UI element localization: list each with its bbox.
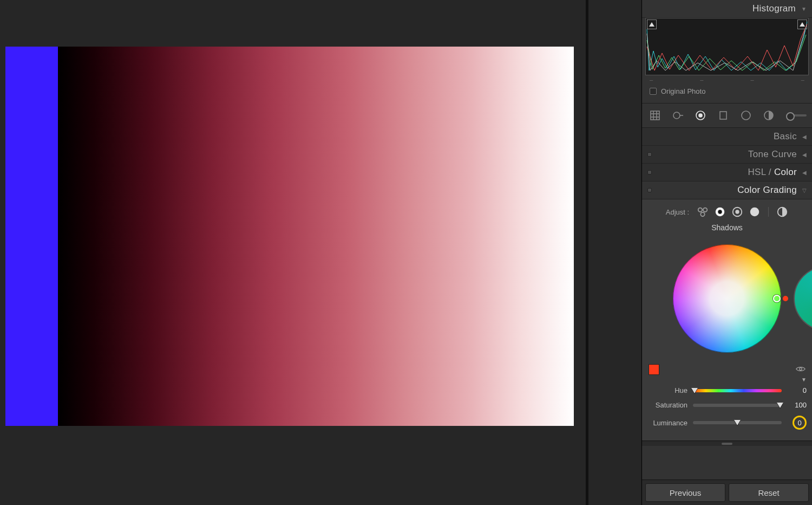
svg-rect-0 xyxy=(651,111,659,120)
panel-title: Basic xyxy=(774,131,797,142)
adjust-highlights-icon[interactable] xyxy=(749,206,761,218)
svg-rect-9 xyxy=(720,112,726,119)
tick: – xyxy=(650,76,653,83)
panel-title: Color Grading xyxy=(737,185,797,196)
disclosure-triangle-icon[interactable]: ▼ xyxy=(801,377,807,383)
tick: – xyxy=(751,76,754,83)
neighbor-wheel-peek[interactable] xyxy=(794,266,812,331)
panel-toggle-icon[interactable] xyxy=(647,170,652,174)
wheel-handle[interactable] xyxy=(773,295,781,302)
adjust-midtones-icon[interactable] xyxy=(731,206,743,218)
tick: – xyxy=(801,76,804,83)
color-swatch[interactable] xyxy=(649,364,659,375)
graduated-filter-icon[interactable] xyxy=(738,108,754,123)
side-panel: Histogram ▼ – – – – xyxy=(641,0,812,505)
panel-divider[interactable] xyxy=(586,0,588,505)
color-grading-panel: Adjust : Shadows xyxy=(642,199,812,441)
panel-title-pre: HSL / xyxy=(748,167,774,177)
panel-header-basic[interactable]: Basic ◀ xyxy=(642,128,812,146)
histogram-graph xyxy=(646,18,808,75)
tool-strip xyxy=(642,103,812,128)
wheel-center-icon xyxy=(726,298,728,300)
luminance-slider-row: Luminance 0 xyxy=(647,412,807,433)
panel-title-emph: Color xyxy=(774,167,797,177)
spot-removal-tool-icon[interactable] xyxy=(670,108,685,123)
image-gradient xyxy=(58,47,574,426)
panel-toggle-icon[interactable] xyxy=(647,188,652,192)
crop-tool-icon[interactable] xyxy=(647,108,663,123)
canvas-area[interactable] xyxy=(0,0,641,505)
slider-thumb[interactable] xyxy=(691,388,698,393)
panel-header-histogram[interactable]: Histogram ▼ xyxy=(642,0,812,18)
svg-point-5 xyxy=(673,112,680,119)
wheel-handle-color-icon xyxy=(783,296,788,301)
original-photo-checkbox[interactable] xyxy=(650,88,657,95)
chevron-left-icon: ◀ xyxy=(802,170,807,176)
luminance-slider[interactable] xyxy=(693,421,782,424)
saturation-slider-row: Saturation 100 xyxy=(647,398,807,412)
clipping-overlay-left xyxy=(5,47,58,426)
chevron-left-icon: ◀ xyxy=(802,152,807,158)
adjust-global-icon[interactable] xyxy=(776,206,788,218)
redeye-tool-icon[interactable] xyxy=(716,108,731,123)
histogram-ticks: – – – – xyxy=(645,75,809,84)
slider-thumb[interactable] xyxy=(777,403,783,408)
previous-button[interactable]: Previous xyxy=(645,483,725,502)
adjust-label: Adjust : xyxy=(666,208,689,216)
slider-label: Hue xyxy=(647,386,687,394)
panel-title: HSL / Color xyxy=(748,167,797,178)
panel-header-color-grading[interactable]: Color Grading ▽ xyxy=(642,182,812,199)
svg-point-21 xyxy=(800,367,802,370)
panel-header-tone-curve[interactable]: Tone Curve ◀ xyxy=(642,146,812,164)
masking-tool-icon[interactable] xyxy=(693,108,708,123)
saturation-value[interactable]: 100 xyxy=(787,401,807,409)
slider-label: Luminance xyxy=(647,419,687,427)
histogram-display[interactable] xyxy=(645,18,809,75)
panel-header-hsl-color[interactable]: HSL / Color ◀ xyxy=(642,164,812,182)
highlight-ring-icon: 0 xyxy=(793,416,807,430)
preview-eye-icon[interactable] xyxy=(796,366,806,374)
image-preview[interactable] xyxy=(5,47,574,426)
svg-point-18 xyxy=(736,210,739,213)
hue-value[interactable]: 0 xyxy=(787,386,807,394)
separator xyxy=(768,207,769,217)
svg-point-14 xyxy=(701,212,705,216)
reset-button[interactable]: Reset xyxy=(729,483,809,502)
slider-label: Saturation xyxy=(647,401,687,409)
radial-filter-icon[interactable] xyxy=(761,108,776,123)
adjust-3way-icon[interactable] xyxy=(697,206,709,218)
original-photo-label: Original Photo xyxy=(661,87,705,95)
chevron-down-icon: ▼ xyxy=(801,6,807,12)
chevron-down-icon: ▽ xyxy=(802,187,807,193)
svg-point-8 xyxy=(699,114,702,117)
saturation-slider[interactable] xyxy=(693,404,782,407)
svg-point-19 xyxy=(750,208,759,217)
chevron-left-icon: ◀ xyxy=(802,134,807,140)
panel-title: Histogram xyxy=(752,3,796,14)
svg-point-13 xyxy=(703,208,707,212)
hue-slider[interactable] xyxy=(693,389,782,392)
hue-slider-row: Hue 0 xyxy=(647,383,807,398)
slider-thumb[interactable] xyxy=(734,420,741,425)
tick: – xyxy=(700,76,703,83)
svg-point-12 xyxy=(698,208,702,212)
panel-title: Tone Curve xyxy=(748,149,797,160)
color-wheel[interactable] xyxy=(673,244,781,353)
tool-amount-slider[interactable] xyxy=(786,114,807,116)
svg-point-16 xyxy=(718,210,722,213)
color-grading-section-label: Shadows xyxy=(647,223,807,236)
luminance-value[interactable]: 0 xyxy=(787,416,807,430)
svg-point-10 xyxy=(742,111,750,120)
panel-toggle-icon[interactable] xyxy=(647,152,652,157)
panel-resize-handle[interactable] xyxy=(642,441,812,446)
adjust-shadows-icon[interactable] xyxy=(714,206,726,218)
